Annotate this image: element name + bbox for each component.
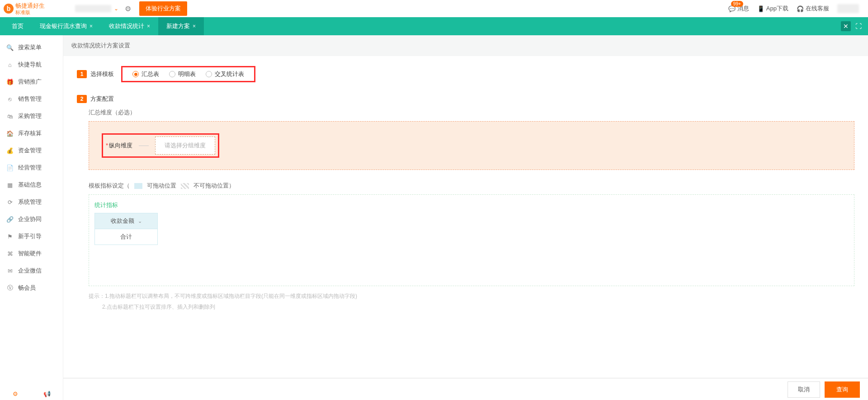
template-radio-group-highlight: 汇总表明细表交叉统计表 <box>121 66 255 82</box>
metric-header-dropdown[interactable]: 收款金额 ⌄ <box>95 213 157 229</box>
query-button[interactable]: 查询 <box>825 381 860 398</box>
step-1-badge: 1 <box>77 70 87 78</box>
online-service-link[interactable]: 🎧 在线客服 <box>797 5 829 13</box>
sidebar-item-wechat[interactable]: ✉企业微信 <box>0 262 63 279</box>
tab-label: 首页 <box>12 17 24 35</box>
sidebar-item-label: 销售管理 <box>18 95 42 103</box>
draggable-swatch-icon <box>134 183 142 189</box>
house-icon: 🏠 <box>6 130 14 137</box>
sidebar-item-wallet[interactable]: 💰资金管理 <box>0 142 63 159</box>
dimension-placeholder-input[interactable]: 请选择分组维度 <box>155 136 215 155</box>
doc-icon: 📄 <box>6 165 14 171</box>
sidebar-item-gift[interactable]: 🎁营销推广 <box>0 73 63 90</box>
tab-label: 收款情况统计 <box>109 17 144 35</box>
dimension-dropzone[interactable]: *纵向维度 请选择分组维度 <box>89 121 854 170</box>
tag-icon: ⎋ <box>6 96 14 103</box>
sidebar-footer-icon-1[interactable]: ⚙ <box>13 391 18 397</box>
app-download-label: App下载 <box>766 5 788 13</box>
sidebar-item-label: 企业协同 <box>18 215 42 223</box>
sidebar-item-cart[interactable]: 🛍采购管理 <box>0 108 63 125</box>
tab-2[interactable]: 收款情况统计× <box>101 17 158 35</box>
sidebar-item-search[interactable]: 🔍搜索菜单 <box>0 39 63 56</box>
radio-icon <box>169 71 175 77</box>
sidebar-item-doc[interactable]: 📄经营管理 <box>0 159 63 176</box>
close-icon[interactable]: × <box>90 17 93 35</box>
link-icon: 🔗 <box>6 216 14 223</box>
brand-name: 畅捷通好生 <box>15 2 45 10</box>
sidebar-footer-icon-2[interactable]: 📢 <box>43 391 51 397</box>
metric-legend: 模板指标设定（ 可拖动位置 不可拖动位置） <box>89 182 854 190</box>
radio-icon <box>206 71 212 77</box>
step-2-label: 方案配置 <box>90 95 114 103</box>
tab-0[interactable]: 首页 <box>4 17 32 35</box>
dimension-vertical-label: *纵向维度 <box>106 141 132 150</box>
sidebar-item-label: 库存核算 <box>18 129 42 137</box>
trial-button[interactable]: 体验行业方案 <box>139 1 187 16</box>
tab-label: 新建方案 <box>166 17 190 35</box>
radio-label: 交叉统计表 <box>215 70 244 78</box>
sync-icon: ⟳ <box>6 199 14 206</box>
gift-icon: 🎁 <box>6 79 14 85</box>
sidebar-item-label: 资金管理 <box>18 146 42 155</box>
search-icon: 🔍 <box>6 44 14 51</box>
stat-indicator-label: 统计指标 <box>94 201 849 209</box>
sidebar-item-label: 系统管理 <box>18 198 42 206</box>
sidebar-item-label: 经营管理 <box>18 164 42 172</box>
sidebar-item-label: 采购管理 <box>18 112 42 120</box>
chip-icon: ⌘ <box>6 250 14 257</box>
message-badge: 99+ <box>731 1 743 7</box>
radio-icon <box>132 71 139 77</box>
nondraggable-swatch-icon <box>181 183 189 189</box>
sidebar: 🔍搜索菜单⌂快捷导航🎁营销推广⎋销售管理🛍采购管理🏠库存核算💰资金管理📄经营管理… <box>0 35 63 400</box>
grid-icon: ▦ <box>6 182 14 188</box>
close-icon[interactable]: × <box>193 17 196 35</box>
sidebar-item-home[interactable]: ⌂快捷导航 <box>0 56 63 73</box>
step-1-label: 选择模板 <box>90 70 114 78</box>
radio-label: 汇总表 <box>142 70 159 78</box>
close-icon[interactable]: × <box>147 17 150 35</box>
fullscreen-icon[interactable]: ⛶ <box>854 21 863 31</box>
phone-icon: 📱 <box>757 5 764 12</box>
chevron-down-icon: ⌄ <box>114 5 118 12</box>
metric-dropzone[interactable]: 统计指标 收款金额 ⌄ 合计 <box>89 194 854 286</box>
sidebar-item-label: 搜索菜单 <box>18 43 42 52</box>
org-name-blurred <box>75 5 111 12</box>
vip-icon: Ⓥ <box>6 284 14 292</box>
template-radio-0[interactable]: 汇总表 <box>132 70 159 78</box>
metric-header-label: 收款金额 <box>111 217 134 225</box>
sidebar-item-label: 基础信息 <box>18 181 42 189</box>
wechat-icon: ✉ <box>6 268 14 274</box>
user-avatar-blurred[interactable] <box>837 4 859 13</box>
sidebar-item-tag[interactable]: ⎋销售管理 <box>0 90 63 108</box>
app-download-link[interactable]: 📱 App下载 <box>757 5 788 13</box>
sidebar-item-link[interactable]: 🔗企业协同 <box>0 211 63 228</box>
gear-icon[interactable]: ⚙ <box>125 5 131 13</box>
sidebar-item-label: 企业微信 <box>18 267 42 275</box>
sidebar-item-sync[interactable]: ⟳系统管理 <box>0 193 63 211</box>
template-radio-2[interactable]: 交叉统计表 <box>206 70 244 78</box>
sidebar-item-house[interactable]: 🏠库存核算 <box>0 125 63 142</box>
sidebar-item-label: 智能硬件 <box>18 249 42 258</box>
messages-link[interactable]: 99+ 💬 消息 <box>728 5 749 13</box>
template-radio-1[interactable]: 明细表 <box>169 70 196 78</box>
close-tab-icon[interactable]: ✕ <box>841 21 851 31</box>
flag-icon: ⚑ <box>6 233 14 240</box>
sidebar-item-vip[interactable]: Ⓥ畅会员 <box>0 279 63 296</box>
tab-1[interactable]: 现金银行流水查询× <box>32 17 101 35</box>
brand-logo: b 畅捷通好生 标准版 <box>4 2 67 16</box>
home-icon: ⌂ <box>6 61 14 68</box>
logo-icon: b <box>4 4 14 14</box>
radio-label: 明细表 <box>178 70 196 78</box>
page-title: 收款情况统计方案设置 <box>63 35 868 56</box>
tab-3[interactable]: 新建方案× <box>158 17 204 35</box>
dimension-highlight-box: *纵向维度 请选择分组维度 <box>102 133 219 158</box>
sidebar-item-grid[interactable]: ▦基础信息 <box>0 176 63 193</box>
sidebar-item-label: 快捷导航 <box>18 61 42 69</box>
org-selector[interactable]: ⌄ <box>75 5 118 12</box>
cancel-button[interactable]: 取消 <box>788 381 820 398</box>
online-service-label: 在线客服 <box>806 5 829 13</box>
footer-actions: 取消 查询 <box>63 378 868 400</box>
sidebar-item-flag[interactable]: ⚑新手引导 <box>0 228 63 245</box>
chevron-down-icon: ⌄ <box>138 218 142 224</box>
sidebar-item-chip[interactable]: ⌘智能硬件 <box>0 245 63 262</box>
